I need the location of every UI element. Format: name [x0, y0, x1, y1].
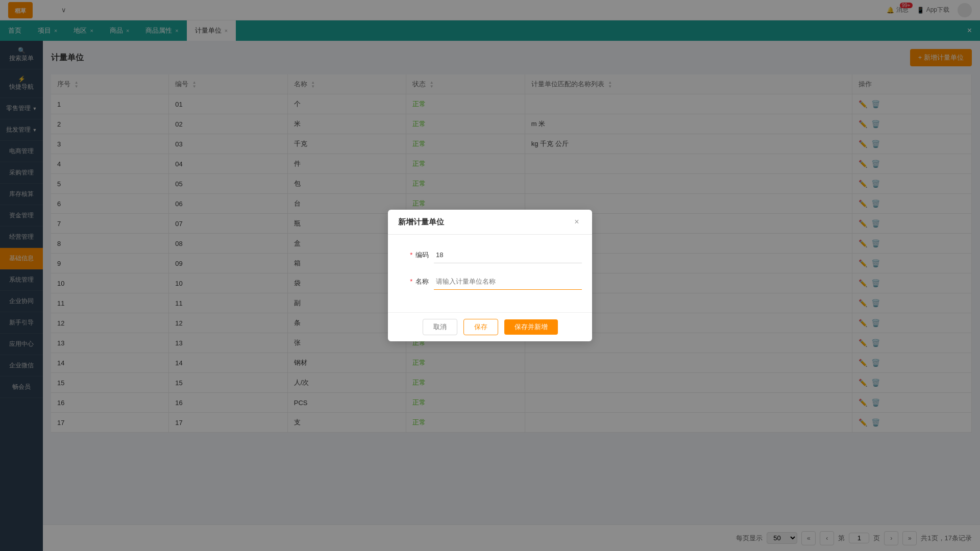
form-name-label: * 名称	[398, 277, 429, 286]
form-item-code: * 编码	[398, 247, 582, 263]
add-unit-modal: 新增计量单位 × * 编码 * 名称 取消 保存 保存并新增	[388, 210, 592, 341]
modal-header: 新增计量单位 ×	[388, 210, 592, 235]
modal-close-button[interactable]: ×	[572, 217, 582, 227]
name-input[interactable]	[434, 273, 582, 290]
cancel-button[interactable]: 取消	[423, 319, 457, 335]
form-item-name: * 名称	[398, 273, 582, 290]
code-required-mark: *	[410, 251, 412, 259]
form-code-label: * 编码	[398, 251, 429, 260]
save-and-new-button[interactable]: 保存并新增	[504, 319, 558, 335]
modal-overlay: 新增计量单位 × * 编码 * 名称 取消 保存 保存并新增	[0, 0, 980, 551]
code-input[interactable]	[434, 247, 582, 263]
modal-title: 新增计量单位	[398, 217, 444, 227]
save-button[interactable]: 保存	[463, 319, 498, 335]
name-required-mark: *	[410, 278, 412, 285]
modal-footer: 取消 保存 保存并新增	[388, 312, 592, 341]
modal-body: * 编码 * 名称	[388, 235, 592, 312]
